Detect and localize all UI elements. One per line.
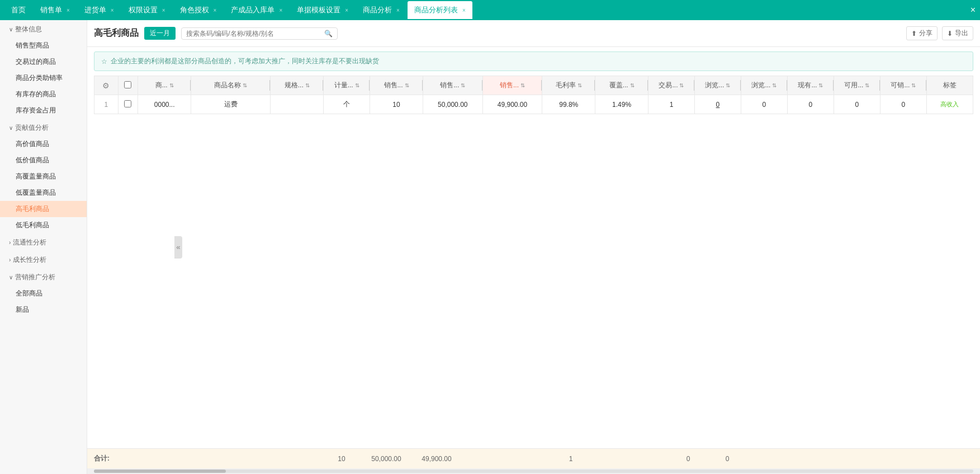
expand-liquidity-icon: ›: [9, 240, 11, 246]
sort-trade-icon[interactable]: ⇅: [679, 82, 684, 88]
close-analysis-icon[interactable]: ×: [396, 7, 400, 13]
sidebar-collapse-button[interactable]: «: [174, 236, 182, 259]
col-browse2[interactable]: 浏览... ⇅: [741, 76, 787, 95]
col-resizer-unit[interactable]: [367, 80, 370, 91]
sidebar-item-high-margin[interactable]: 高毛利商品: [0, 201, 87, 217]
col-trade[interactable]: 交易... ⇅: [648, 76, 694, 95]
nav-product-in[interactable]: 产成品入库单 ×: [224, 1, 289, 19]
close-analysis-list-icon[interactable]: ×: [462, 7, 466, 13]
nav-template[interactable]: 单据模板设置 ×: [290, 1, 355, 19]
sort-stock1-icon[interactable]: ⇅: [818, 82, 823, 88]
nav-home[interactable]: 首页: [4, 1, 32, 19]
search-input[interactable]: [186, 30, 322, 37]
sidebar-item-in-stock[interactable]: 有库存的商品: [0, 86, 87, 102]
col-spec[interactable]: 规格... ⇅: [271, 76, 324, 95]
col-resizer-spec[interactable]: [321, 80, 323, 91]
select-all-checkbox[interactable]: [124, 81, 131, 88]
col-resizer-coverage[interactable]: [646, 80, 648, 91]
col-sales3[interactable]: 销售... ⇅: [482, 76, 542, 95]
col-resizer-stock3[interactable]: [924, 80, 926, 91]
sidebar-item-new-goods[interactable]: 新品: [0, 302, 87, 318]
col-stock1[interactable]: 现有... ⇅: [787, 76, 834, 95]
sidebar-item-high-value[interactable]: 高价值商品: [0, 136, 87, 152]
export-button[interactable]: ⬇ 导出: [942, 26, 973, 40]
col-resizer-trade[interactable]: [692, 80, 694, 91]
nav-role[interactable]: 角色授权 ×: [173, 1, 224, 19]
close-product-in-icon[interactable]: ×: [279, 7, 282, 13]
scroll-track[interactable]: [94, 470, 973, 473]
col-coverage[interactable]: 覆盖... ⇅: [595, 76, 648, 95]
section-header-overall[interactable]: ∨ 整体信息: [0, 20, 87, 37]
sort-sales3-icon[interactable]: ⇅: [520, 82, 525, 88]
cell-browse1[interactable]: 0: [694, 95, 741, 114]
sort-spec-icon[interactable]: ⇅: [305, 82, 310, 88]
col-resizer-browse1[interactable]: [738, 80, 741, 91]
sort-code-icon[interactable]: ⇅: [169, 82, 174, 88]
col-stock3-label: 可销...: [891, 81, 910, 90]
section-header-marketing[interactable]: ∨ 营销推广分析: [0, 268, 87, 285]
col-resizer-stock1[interactable]: [831, 80, 834, 91]
section-header-liquidity[interactable]: › 流通性分析: [0, 233, 87, 251]
search-icon[interactable]: 🔍: [324, 30, 333, 37]
sort-sales2-icon[interactable]: ⇅: [461, 82, 465, 88]
sort-coverage-icon[interactable]: ⇅: [630, 82, 635, 88]
close-permission-icon[interactable]: ×: [162, 7, 165, 13]
col-unit[interactable]: 计量... ⇅: [324, 76, 370, 95]
sort-gross-icon[interactable]: ⇅: [577, 82, 582, 88]
col-resizer-browse2[interactable]: [785, 80, 787, 91]
sort-browse1-icon[interactable]: ⇅: [726, 82, 730, 88]
sort-stock2-icon[interactable]: ⇅: [865, 82, 869, 88]
col-resizer-code[interactable]: [188, 80, 191, 91]
col-resizer-stock2[interactable]: [878, 80, 880, 91]
sidebar-item-high-coverage[interactable]: 高覆盖量商品: [0, 168, 87, 185]
col-resizer-gross[interactable]: [593, 80, 595, 91]
col-stock2[interactable]: 可用... ⇅: [834, 76, 880, 95]
horizontal-scrollbar[interactable]: [87, 468, 980, 474]
col-code[interactable]: 商... ⇅: [138, 76, 191, 95]
section-header-contribution[interactable]: ∨ 贡献值分析: [0, 119, 87, 136]
col-settings[interactable]: ⚙: [94, 76, 119, 95]
col-resizer-sales2[interactable]: [480, 80, 482, 91]
nav-permission[interactable]: 权限设置 ×: [122, 1, 172, 19]
close-purchase-icon[interactable]: ×: [111, 7, 114, 13]
row-checkbox[interactable]: [124, 100, 131, 107]
sidebar-item-stock-capital[interactable]: 库存资金占用: [0, 102, 87, 119]
col-resizer-sales1[interactable]: [420, 80, 423, 91]
filter-button[interactable]: 近一月: [144, 27, 176, 40]
col-browse1[interactable]: 浏览... ⇅: [694, 76, 741, 95]
sidebar-item-category-rate[interactable]: 商品分类助销率: [0, 70, 87, 86]
sidebar-item-low-coverage[interactable]: 低覆盖量商品: [0, 185, 87, 201]
close-all-button[interactable]: ×: [970, 5, 976, 15]
col-gross[interactable]: 毛利率 ⇅: [542, 76, 595, 95]
sidebar-item-low-value[interactable]: 低价值商品: [0, 152, 87, 168]
sidebar-item-all-goods[interactable]: 全部商品: [0, 285, 87, 302]
sidebar-item-low-margin[interactable]: 低毛利商品: [0, 217, 87, 233]
share-button[interactable]: ⬆ 分享: [906, 26, 938, 40]
col-sales1[interactable]: 销售... ⇅: [370, 76, 423, 95]
col-tag[interactable]: 标签: [926, 76, 973, 95]
scroll-thumb[interactable]: [94, 470, 226, 473]
cell-code[interactable]: 0000...: [138, 95, 191, 114]
sort-sales1-icon[interactable]: ⇅: [405, 82, 409, 88]
nav-sales[interactable]: 销售单 ×: [34, 1, 77, 19]
nav-analysis-list[interactable]: 商品分析列表 ×: [408, 1, 472, 19]
cell-name[interactable]: 运费: [191, 95, 271, 114]
col-stock3[interactable]: 可销... ⇅: [880, 76, 926, 95]
close-sales-icon[interactable]: ×: [67, 7, 70, 13]
col-resizer-name[interactable]: [268, 80, 270, 91]
col-name[interactable]: 商品名称 ⇅: [191, 76, 271, 95]
close-template-icon[interactable]: ×: [345, 7, 348, 13]
col-sales2[interactable]: 销售... ⇅: [423, 76, 482, 95]
col-resizer-sales3[interactable]: [539, 80, 542, 91]
sort-name-icon[interactable]: ⇅: [243, 82, 247, 88]
settings-icon[interactable]: ⚙: [102, 81, 110, 90]
sort-browse2-icon[interactable]: ⇅: [772, 82, 777, 88]
nav-purchase[interactable]: 进货单 ×: [78, 1, 121, 19]
sidebar-item-traded[interactable]: 交易过的商品: [0, 54, 87, 70]
section-header-growth[interactable]: › 成长性分析: [0, 251, 87, 268]
close-role-icon[interactable]: ×: [214, 7, 217, 13]
sort-stock3-icon[interactable]: ⇅: [911, 82, 916, 88]
sidebar-item-sales-goods[interactable]: 销售型商品: [0, 37, 87, 54]
sort-unit-icon[interactable]: ⇅: [355, 82, 359, 88]
nav-analysis[interactable]: 商品分析 ×: [356, 1, 406, 19]
